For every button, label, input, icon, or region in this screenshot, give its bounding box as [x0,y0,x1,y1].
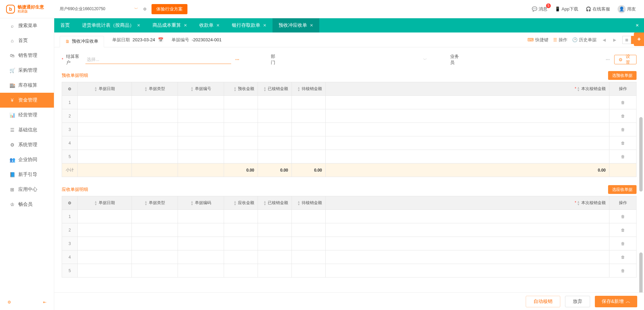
auto-verify-button[interactable]: 自动核销 [526,296,560,307]
table-settings-icon[interactable]: ⚙ [62,196,78,210]
page-tab[interactable]: 🗎 预收冲应收单 [60,36,104,47]
close-icon[interactable]: ✕ [216,23,220,28]
sidebar-item-9[interactable]: 👥企业协同 [0,152,54,167]
col-pending-amt[interactable]: ▲▼待核销金额 [292,196,326,210]
col-type[interactable]: ▲▼单据类型 [132,196,178,210]
table-row[interactable]: 1🗑 [62,210,637,223]
sales-lookup-icon[interactable]: ⋯ [604,57,611,62]
trash-icon[interactable]: 🗑 [621,127,625,132]
prev-doc-icon[interactable]: ◀ [601,38,607,42]
doc-date-field[interactable]: 单据日期 2023-03-24 📅 [112,37,163,43]
col-prepay-amt[interactable]: ▲▼预收金额 [224,82,258,96]
trash-icon[interactable]: 🗑 [621,228,625,232]
sidebar-item-7[interactable]: ☰基础信息 [0,123,54,137]
messages-link[interactable]: 💬 消息 5 [532,6,547,12]
sidebar-item-0[interactable]: ⌕搜索菜单 [0,18,54,33]
experience-button[interactable]: 体验行业方案 [152,4,187,14]
col-date[interactable]: ▲▼单据日期 [78,196,132,210]
table-row[interactable]: 1🗑 [62,96,637,109]
col-verified-amt[interactable]: ▲▼已核销金额 [258,196,292,210]
trash-icon[interactable]: 🗑 [621,241,625,246]
tenant-select[interactable]: 用户690企业1660120750 ﹀ [58,4,140,14]
close-icon[interactable]: ✕ [263,23,266,28]
table-row[interactable]: 2🗑 [62,109,637,123]
sidebar-item-11[interactable]: ⊞应用中心 [0,182,54,197]
table-row[interactable]: 4🗑 [62,136,637,150]
col-this-verify[interactable]: ▲▼本次核销金额 [326,82,609,96]
logo: b 畅捷通好生意 精易版 [0,5,54,14]
sidebar-item-4[interactable]: 🏬库存核算 [0,78,54,93]
shortcut-link[interactable]: ⌨快捷键 [527,37,548,43]
close-icon[interactable]: ✕ [310,23,313,28]
trash-icon[interactable]: 🗑 [621,141,625,146]
customer-input[interactable] [85,55,231,64]
trash-icon[interactable]: 🗑 [621,100,625,105]
support-link[interactable]: 🎧 在线客服 [586,6,610,12]
save-new-button[interactable]: 保存&新增 ︿ [595,296,637,307]
settings-button[interactable]: ⚙设置 [614,55,637,64]
trash-icon[interactable]: 🗑 [621,154,625,159]
sidebar-item-5[interactable]: ¥资金管理 [0,93,54,108]
table-settings-icon[interactable]: ⚙ [62,82,78,96]
tab-bar: 首页进货单统计表（按商品）✕商品成本重算✕收款单✕银行存取款单✕预收冲应收单✕ … [54,18,644,32]
tab-1[interactable]: 进货单统计表（按商品）✕ [76,18,146,32]
calendar-icon[interactable]: 📅 [158,37,163,42]
right-rail-toggle[interactable]: ❖ [634,32,644,46]
scrollbar[interactable] [639,117,643,192]
chevron-down-icon: ﹀ [134,6,138,12]
collapse-icon[interactable]: ⇤ [43,300,46,305]
table-row[interactable]: 3🗑 [62,237,637,250]
trash-icon[interactable]: 🗑 [621,114,625,118]
sidebar-item-6[interactable]: 📊经营管理 [0,108,54,123]
sidebar-icon: 🛍 [9,53,15,58]
sidebar-label: 搜索菜单 [18,23,37,29]
close-icon[interactable]: ✕ [184,23,187,28]
tab-0[interactable]: 首页 [54,18,76,32]
history-link[interactable]: 🕑历史单据 [572,37,597,43]
sidebar-item-12[interactable]: ♔畅会员 [0,197,54,212]
col-code[interactable]: ▲▼单据编码 [178,196,224,210]
col-code[interactable]: ▲▼单据编号 [178,82,224,96]
table-row[interactable]: 5🗑 [62,150,637,163]
tab-4[interactable]: 银行存取款单✕ [226,18,273,32]
sidebar-item-3[interactable]: 🛒采购管理 [0,63,54,78]
sidebar-item-2[interactable]: 🛍销售管理 [0,48,54,63]
view-list-button[interactable]: ≣ [622,36,631,44]
tab-3[interactable]: 收款单✕ [193,18,226,32]
next-doc-icon[interactable]: ▶ [612,38,618,42]
table-row[interactable]: 2🗑 [62,223,637,237]
operate-link[interactable]: ☰操作 [553,37,567,43]
table-row[interactable]: 5🗑 [62,264,637,278]
close-all-tabs[interactable]: ✕ [630,18,644,32]
discard-button[interactable]: 放弃 [565,296,590,307]
col-pending-amt[interactable]: ▲▼待核销金额 [292,82,326,96]
col-verified-amt[interactable]: ▲▼已核销金额 [258,82,292,96]
sidebar-item-10[interactable]: 📘新手引导 [0,167,54,182]
col-type[interactable]: ▲▼单据类型 [132,82,178,96]
chevron-down-icon[interactable]: ﹀ [423,57,427,63]
col-receivable-amt[interactable]: ▲▼应收金额 [224,196,258,210]
customer-lookup-icon[interactable]: ⋯ [234,57,241,62]
tab-2[interactable]: 商品成本重算✕ [146,18,193,32]
settings-icon[interactable]: ⚙ [7,300,11,305]
trash-icon[interactable]: 🗑 [621,214,625,219]
select-receivable-button[interactable]: 选应收单据 [608,185,637,194]
tenant-settings-icon[interactable]: ⚙ [143,7,147,12]
tab-5[interactable]: 预收冲应收单✕ [273,18,319,32]
sidebar-item-1[interactable]: ⌂首页 [0,33,54,48]
col-date[interactable]: ▲▼单据日期 [78,82,132,96]
phone-icon: 📱 [555,6,560,12]
sidebar-label: 系统管理 [18,142,37,148]
select-prepay-button[interactable]: 选预收单据 [608,71,637,80]
trash-icon[interactable]: 🗑 [621,255,625,260]
close-icon[interactable]: ✕ [137,23,140,28]
user-menu[interactable]: 👤 用友 [618,5,636,13]
col-this-verify[interactable]: ▲▼本次核销金额 [326,196,609,210]
table-row[interactable]: 4🗑 [62,250,637,264]
table-row[interactable]: 3🗑 [62,123,637,136]
sales-input[interactable] [465,55,601,64]
app-download-link[interactable]: 📱 App下载 [555,6,578,12]
dept-input[interactable] [282,55,420,64]
sidebar-item-8[interactable]: ⚙系统管理 [0,137,54,152]
trash-icon[interactable]: 🗑 [621,268,625,273]
